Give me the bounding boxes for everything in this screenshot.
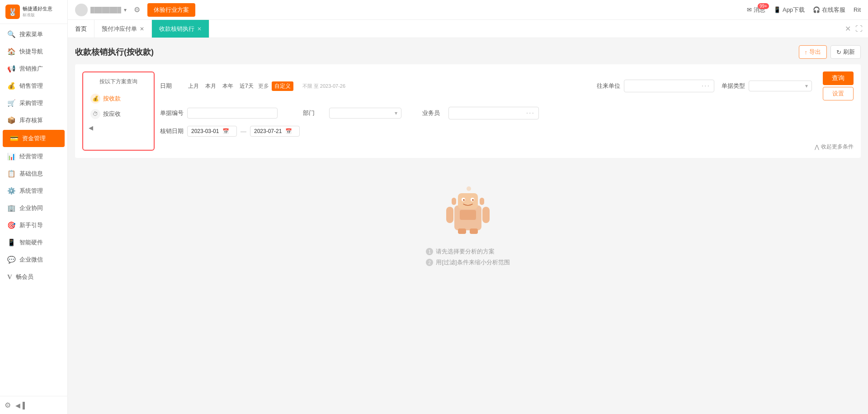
svg-point-5	[472, 199, 474, 201]
tab-prepay[interactable]: 预付冲应付单 ✕	[94, 20, 152, 38]
sidebar-item-guide[interactable]: 🎯 新手引导	[0, 217, 67, 234]
partner-input[interactable]: ···	[624, 80, 714, 92]
sidebar-item-purchase[interactable]: 🛒 采购管理	[0, 95, 67, 112]
svg-rect-10	[482, 207, 490, 223]
svg-rect-9	[446, 207, 453, 223]
sidebar-item-enterprise[interactable]: 🏢 企业协同	[0, 200, 67, 217]
tab-prepay-close-icon[interactable]: ✕	[140, 26, 144, 32]
filter-sidebar-expand-button[interactable]: ◀	[87, 122, 150, 134]
collapse-more-row: ⋀ 收起更多条件	[160, 143, 854, 151]
date-link-custom[interactable]: 自定义	[272, 81, 293, 91]
collapse-more-label: 收起更多条件	[821, 143, 854, 151]
sidebar-item-quick-nav[interactable]: 🏠 快捷导航	[0, 43, 67, 60]
sidebar-item-sales-label: 销售管理	[19, 82, 43, 90]
sidebar-item-quick-nav-label: 快捷导航	[19, 48, 43, 56]
sidebar-item-operations[interactable]: 📊 经营管理	[0, 148, 67, 165]
staff-label: 业务员	[422, 109, 445, 117]
svg-rect-6	[452, 198, 456, 205]
online-service-icon: 🎧	[813, 6, 820, 13]
sidebar-item-basic-info-label: 基础信息	[19, 170, 43, 178]
action-buttons: 查询 设置	[823, 71, 854, 100]
message-button[interactable]: ✉ 消息 99+	[747, 6, 765, 14]
hint-1-text: 请先选择要分析的方案	[436, 247, 495, 256]
main-area: ████████ ▾ ⚙ 休验行业方案 ✉ 消息 99+ 📱 App下载 🎧 在…	[68, 0, 868, 414]
sidebar-item-basic-info[interactable]: 📋 基础信息	[0, 165, 67, 182]
header-user-name[interactable]: Rit	[854, 6, 861, 13]
tab-collection[interactable]: 收款核销执行 ✕	[152, 20, 209, 38]
page-title: 收款核销执行(按收款)	[75, 47, 154, 57]
filter-group-staff: 业务员 ···	[422, 107, 539, 119]
tab-close-all-icon[interactable]: ✕	[845, 24, 851, 33]
date-link-more[interactable]: 更多	[258, 82, 269, 90]
staff-dots: ···	[526, 109, 535, 117]
hint-2-number: 2	[426, 259, 433, 266]
writeoff-end-date-input[interactable]: 2023-07-21 📅	[250, 126, 300, 137]
sidebar-item-search-label: 搜索菜单	[19, 30, 43, 38]
user-info[interactable]: ████████ ▾	[75, 4, 127, 16]
sidebar-item-search[interactable]: 🔍 搜索菜单	[0, 26, 67, 43]
filter-option-by-receivable[interactable]: ⏱ 按应收	[87, 106, 150, 122]
sidebar-item-marketing[interactable]: 📢 营销推广	[0, 60, 67, 77]
svg-rect-1	[458, 193, 478, 209]
filter-settings-button[interactable]: 设置	[823, 87, 854, 100]
svg-rect-7	[480, 198, 484, 205]
online-service-button[interactable]: 🎧 在线客服	[813, 6, 845, 14]
sidebar-item-system-label: 系统管理	[19, 187, 43, 195]
industry-solution-button[interactable]: 休验行业方案	[147, 3, 195, 17]
writeoff-start-date-input[interactable]: 2023-03-01 📅	[187, 126, 237, 137]
export-button[interactable]: ↑ 导出	[799, 45, 827, 59]
app-download-button[interactable]: 📱 App下载	[774, 6, 805, 14]
filter-group-partner: 往来单位 ···	[597, 80, 714, 92]
sidebar-item-wechat[interactable]: 💬 企业微信	[0, 251, 67, 268]
date-link-this-year[interactable]: 本年	[221, 81, 235, 91]
sidebar-collapse-button[interactable]: ◀▐	[15, 402, 25, 409]
sidebar: 🐰 畅捷通好生意 标准版 🔍 搜索菜单 🏠 快捷导航 📢 营销推广 💰 销售管理…	[0, 0, 68, 414]
svg-rect-8	[460, 210, 476, 220]
search-icon: 🔍	[7, 30, 16, 38]
date-link-last-month[interactable]: 上月	[186, 81, 201, 91]
filter-row-3: 核销日期 2023-03-01 📅 — 2023-07-21 📅	[160, 126, 854, 137]
query-button[interactable]: 查询	[823, 71, 854, 85]
tab-home[interactable]: 首页	[68, 20, 94, 38]
sidebar-item-system[interactable]: ⚙️ 系统管理	[0, 182, 67, 200]
date-link-last-7-days[interactable]: 近7天	[238, 81, 255, 91]
sidebar-item-inventory[interactable]: 📦 库存核算	[0, 112, 67, 129]
sidebar-item-hardware-label: 智能硬件	[19, 238, 43, 247]
sidebar-item-finance[interactable]: 💳 资金管理	[3, 130, 65, 147]
staff-input[interactable]: ···	[448, 107, 539, 119]
logo-icon: 🐰	[5, 5, 20, 19]
header-gear-icon[interactable]: ⚙	[134, 5, 140, 14]
receivable-icon: ⏱	[90, 109, 100, 119]
settings-icon[interactable]: ⚙	[5, 401, 11, 409]
header-buttons: ↑ 导出 ↻ 刷新	[799, 45, 861, 59]
operations-icon: 📊	[7, 152, 16, 161]
sidebar-item-sales[interactable]: 💰 销售管理	[0, 77, 67, 95]
empty-illustration	[441, 185, 495, 235]
svg-rect-12	[470, 228, 478, 234]
tab-expand-icon[interactable]: ⛶	[855, 25, 863, 33]
collapse-more-button[interactable]: ⋀ 收起更多条件	[815, 143, 854, 151]
sidebar-item-hardware[interactable]: 📱 智能硬件	[0, 234, 67, 251]
dept-select[interactable]: ▾	[329, 108, 401, 119]
doc-no-input[interactable]	[187, 108, 278, 119]
sidebar-item-enterprise-label: 企业协同	[19, 204, 43, 212]
refresh-button[interactable]: ↻ 刷新	[830, 45, 861, 59]
writeoff-date-label: 核销日期	[160, 127, 184, 135]
filter-group-doc-type: 单据类型 ▾	[722, 81, 812, 91]
date-link-this-month[interactable]: 本月	[203, 81, 218, 91]
tab-bar-actions: ✕ ⛶	[845, 24, 868, 33]
sidebar-item-inventory-label: 库存核算	[19, 116, 43, 124]
sidebar-item-member[interactable]: V 畅会员	[0, 268, 67, 286]
filter-option-by-receipt[interactable]: 💰 按收款	[87, 91, 150, 106]
partner-label: 往来单位	[597, 82, 620, 90]
svg-rect-11	[458, 228, 466, 234]
tab-collection-close-icon[interactable]: ✕	[197, 26, 202, 32]
filter-group-doc-no: 单据编号	[160, 108, 278, 119]
refresh-icon: ↻	[836, 49, 841, 56]
empty-hints: 1 请先选择要分析的方案 2 用[过滤]条件来缩小分析范围	[426, 247, 509, 266]
avatar	[75, 4, 88, 16]
doc-type-select[interactable]: ▾	[749, 81, 812, 91]
message-icon: ✉	[747, 6, 752, 13]
filter-right: 日期 上月 本月 本年 近7天 更多 自定义 不限 至 2023-07-26 往…	[160, 71, 854, 151]
tab-bar: 首页 预付冲应付单 ✕ 收款核销执行 ✕ ✕ ⛶	[68, 20, 868, 38]
